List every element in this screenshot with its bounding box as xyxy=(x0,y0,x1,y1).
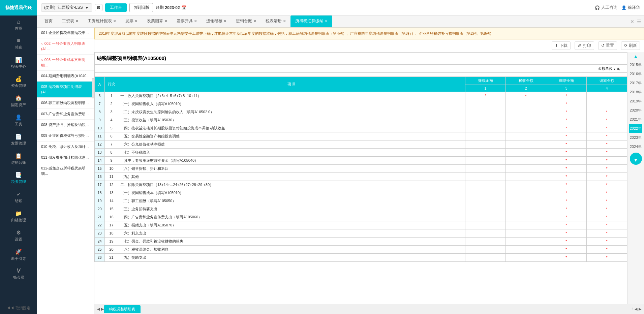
row-value-3[interactable]: * xyxy=(546,221,587,229)
row-value-4[interactable] xyxy=(587,92,627,100)
row-value-4[interactable]: * xyxy=(587,124,627,132)
year-item[interactable]: 2016年 xyxy=(629,69,642,78)
row-value-1[interactable] xyxy=(465,213,506,221)
row-value-1[interactable] xyxy=(465,237,506,245)
sheet-scroll-bar-left[interactable]: ◀ xyxy=(635,307,637,311)
row-value-3[interactable]: * xyxy=(546,100,587,108)
left-panel-item-011[interactable]: 011-研发费用加计扣除优惠... xyxy=(37,152,94,163)
row-value-3[interactable]: * xyxy=(546,164,587,172)
left-panel-item-010[interactable]: 010-免税、减计收入及加计... xyxy=(37,142,94,152)
row-value-4[interactable] xyxy=(587,100,627,108)
row-value-4[interactable]: * xyxy=(587,205,627,213)
row-value-1[interactable] xyxy=(465,253,506,261)
row-value-4[interactable]: * xyxy=(587,156,627,164)
row-value-2[interactable] xyxy=(506,164,546,172)
sidebar-item-settings[interactable]: ⚙ 设置 xyxy=(0,226,37,245)
service-btn[interactable]: 🎧 人工咨询 xyxy=(595,5,617,10)
row-value-1[interactable] xyxy=(465,205,506,213)
tab-income-tax[interactable]: 所得税汇算缴纳 ✕ xyxy=(290,15,332,27)
row-value-3[interactable]: * xyxy=(546,116,587,124)
left-panel-item-005[interactable]: 005-纳税调整项目明细表(A1... xyxy=(37,82,94,98)
sidebar-item-asset[interactable]: 💰 资金管理 xyxy=(0,72,37,92)
row-value-4[interactable]: * xyxy=(587,229,627,237)
row-value-1[interactable] xyxy=(465,100,506,108)
company-selector[interactable]: (勿删）江西股宝-LSS ▼ xyxy=(41,3,92,12)
row-value-4[interactable]: * xyxy=(587,108,627,116)
tab-close-income-tax[interactable]: ✕ xyxy=(325,19,328,23)
row-value-1[interactable] xyxy=(465,172,506,181)
left-panel-item-006[interactable]: 006-职工薪酬纳税调整明细... xyxy=(37,98,94,108)
sheet-content[interactable]: 纳税调整项目明细表(A105000) 金额单位：元 xyxy=(94,52,627,304)
row-value-3[interactable]: * xyxy=(546,132,587,140)
row-value-3[interactable]: * xyxy=(546,213,587,221)
row-value-1[interactable] xyxy=(465,221,506,229)
tab-close-salary[interactable]: ✕ xyxy=(75,19,78,23)
tab-close-invoice[interactable]: ✕ xyxy=(135,19,137,23)
tab-close-purchase-ledger[interactable]: ✕ xyxy=(253,19,256,23)
left-panel-item-001[interactable]: 001-企业所得税年度纳税申... xyxy=(37,28,94,38)
row-value-3[interactable]: * xyxy=(546,108,587,116)
row-value-1[interactable] xyxy=(465,189,506,197)
switch-old-button[interactable]: 切到旧版 xyxy=(129,3,153,12)
tab-invoice-open[interactable]: 发票开具 ✕ xyxy=(172,15,202,27)
left-panel-item-008[interactable]: 008-资产折旧、摊销及纳税... xyxy=(37,120,94,130)
sheet-tab-main[interactable]: 纳税调整明细表 xyxy=(104,305,141,313)
row-value-1[interactable]: * xyxy=(465,92,506,100)
sidebar-item-guide[interactable]: 🚀 新手引导 xyxy=(0,245,37,264)
row-value-4[interactable]: * xyxy=(587,164,627,172)
more-tabs-btn[interactable]: ☰ xyxy=(637,19,641,24)
year-item[interactable]: 2017年 xyxy=(629,78,642,88)
left-panel-item-003[interactable]: ○ 003-一般企业成本支出明细... xyxy=(37,55,94,71)
row-value-3[interactable]: * xyxy=(546,172,587,181)
print-button[interactable]: 🖨 打印 xyxy=(575,41,594,50)
tab-tax-list[interactable]: 税表清册 ✕ xyxy=(261,15,290,27)
sidebar-item-tax[interactable]: 📑 税务管理 xyxy=(0,168,37,188)
workbench-button[interactable]: 工作台 xyxy=(105,3,127,12)
download-button[interactable]: ⬇ 下载 xyxy=(552,41,571,50)
unpin-sidebar-btn[interactable]: ◀◀ 取消固定 xyxy=(0,302,37,314)
row-value-2[interactable] xyxy=(506,237,546,245)
year-scroll-up[interactable]: ▲ xyxy=(633,52,639,60)
collapse-panel-btn[interactable]: ◀ xyxy=(92,78,94,98)
row-value-1[interactable] xyxy=(465,181,506,189)
year-item[interactable]: 2024年 xyxy=(629,142,642,151)
left-panel-item-007[interactable]: 007-广告费和业务宣传费明... xyxy=(37,109,94,120)
year-scroll-down[interactable]: ▼ xyxy=(630,153,642,165)
tab-close-salary-stats[interactable]: ✕ xyxy=(113,19,116,23)
tab-close-invoice-check[interactable]: ✕ xyxy=(224,19,226,23)
row-value-4[interactable]: * xyxy=(587,148,627,156)
tab-invoice[interactable]: 发票 ✕ xyxy=(121,15,142,27)
row-value-2[interactable] xyxy=(506,148,546,156)
year-item[interactable]: 2021年 xyxy=(629,115,642,124)
year-item[interactable]: 2018年 xyxy=(629,88,642,97)
sheet-scroll-bar-right[interactable]: ▶ xyxy=(639,307,641,311)
row-value-4[interactable]: * xyxy=(587,221,627,229)
row-value-4[interactable]: * xyxy=(587,197,627,205)
row-value-2[interactable] xyxy=(506,156,546,164)
row-value-1[interactable] xyxy=(465,229,506,237)
left-panel-item-012[interactable]: 012-减免企业所得税优惠明细... xyxy=(37,163,94,179)
row-value-3[interactable]: * xyxy=(546,229,587,237)
sheet-scroll-left[interactable]: ◀ xyxy=(97,307,100,311)
row-value-3[interactable]: * xyxy=(546,189,587,197)
year-item[interactable]: 2020年 xyxy=(629,106,642,115)
row-value-1[interactable] xyxy=(465,197,506,205)
row-value-2[interactable] xyxy=(506,100,546,108)
row-value-4[interactable]: * xyxy=(587,245,627,253)
refresh-button[interactable]: ⟳ 刷新 xyxy=(621,41,640,50)
row-value-4[interactable]: * xyxy=(587,132,627,140)
row-value-4[interactable]: * xyxy=(587,181,627,189)
row-value-1[interactable] xyxy=(465,132,506,140)
sidebar-item-home[interactable]: ⌂ 首页 xyxy=(0,15,37,34)
sidebar-item-fixed[interactable]: 🏠 固定资产 xyxy=(0,92,37,111)
row-value-2[interactable] xyxy=(506,229,546,237)
row-value-2[interactable] xyxy=(506,172,546,181)
row-value-3[interactable]: * xyxy=(546,92,587,100)
tab-salary[interactable]: 工资表 ✕ xyxy=(57,15,83,27)
reset-button[interactable]: ↺ 重置 xyxy=(598,41,617,50)
row-value-3[interactable]: * xyxy=(546,237,587,245)
row-value-2[interactable] xyxy=(506,205,546,213)
row-value-2[interactable] xyxy=(506,140,546,148)
sidebar-item-invoice[interactable]: 📄 发票管理 xyxy=(0,130,37,149)
row-value-3[interactable]: * xyxy=(546,245,587,253)
